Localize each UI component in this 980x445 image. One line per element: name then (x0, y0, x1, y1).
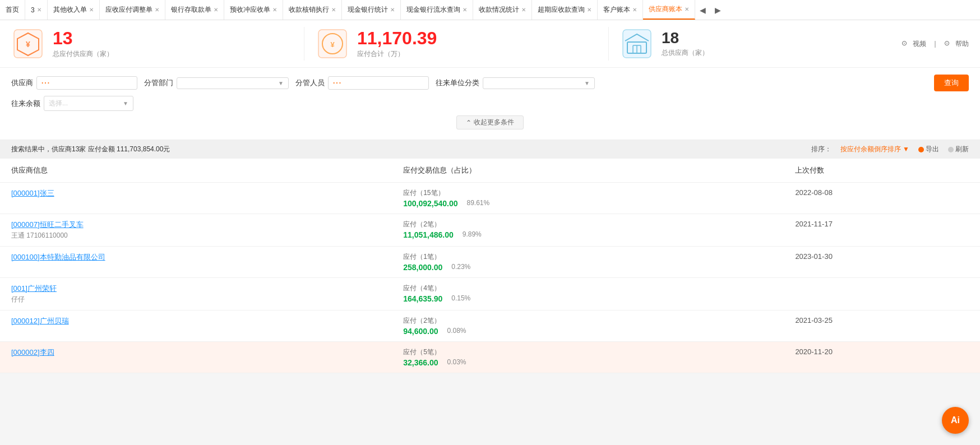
supplier-sub-info-1: 王通 17106110000 (11, 231, 381, 240)
supplier-filter-label: 供应商 (11, 78, 33, 88)
supplier-link-4[interactable]: [000012]广州贝瑞 (11, 317, 69, 325)
nav-tab-home[interactable]: 首页 (0, 0, 25, 20)
nav-tab-overdue[interactable]: 超期应收款查询 ✕ (532, 0, 598, 20)
supplier-link-5[interactable]: [000002]李四 (11, 348, 54, 356)
stat-divider-2 (608, 27, 609, 61)
video-link[interactable]: 视频 (913, 39, 926, 49)
supplier-link-0[interactable]: [000001]张三 (11, 189, 54, 197)
tx-percent-0: 89.61% (467, 199, 490, 207)
nav-tab-cash-flow-label: 现金银行流水查询 (406, 5, 460, 15)
nav-tab-prepay-close[interactable]: ✕ (272, 7, 277, 13)
nav-tab-supplier-account-close[interactable]: ✕ (685, 6, 689, 12)
sort-select[interactable]: 按应付余额倒序排序 ▼ (840, 145, 909, 154)
person-input[interactable]: ··· (328, 76, 429, 90)
nav-tab-overdue-label: 超期应收款查询 (538, 5, 585, 15)
nav-tab-cash-flow-close[interactable]: ✕ (463, 7, 467, 13)
balance-select[interactable]: 选择... ▼ (44, 96, 133, 111)
nav-tab-customer-account[interactable]: 客户账本 ✕ (598, 0, 643, 20)
nav-tab-customer-account-close[interactable]: ✕ (632, 7, 637, 13)
tx-amount-5[interactable]: 32,366.00 (403, 358, 438, 367)
nav-tab-cash-stats-label: 现金银行统计 (348, 5, 388, 15)
nav-tab-cash-stats[interactable]: 现金银行统计 ✕ (342, 0, 401, 20)
tx-info-cell-3: 应付（4笔） 164,635.90 0.15% (392, 278, 784, 310)
nav-tab-bank-deposit-close[interactable]: ✕ (214, 7, 218, 13)
nav-tab-prepay-label: 预收冲应收单 (230, 5, 270, 15)
unit-class-filter-label: 往来单位分类 (436, 78, 479, 88)
refresh-button[interactable]: 刷新 (948, 145, 969, 154)
nav-tab-customer-account-label: 客户账本 (603, 5, 630, 15)
nav-tab-other-income-close[interactable]: ✕ (89, 7, 94, 13)
nav-tab-ar-adjust[interactable]: 应收应付调整单 ✕ (100, 0, 165, 20)
nav-tab-receipt-exec-close[interactable]: ✕ (331, 7, 336, 13)
nav-tab-3-label: 3 (31, 6, 35, 14)
stat-number-total-suppliers: 18 (662, 30, 709, 46)
query-button[interactable]: 查询 (934, 75, 969, 91)
supplier-info-cell-5: [000002]李四 (0, 342, 392, 373)
nav-tab-ar-adjust-close[interactable]: ✕ (155, 7, 159, 13)
tx-label-2: 应付（1笔） (403, 252, 773, 262)
stat-block-ap-suppliers: ¥ 13 总应付供应商（家） (11, 27, 293, 61)
dept-select[interactable]: ▼ (177, 77, 289, 89)
nav-tab-supplier-account[interactable]: 供应商账本 ✕ (643, 0, 695, 20)
supplier-link-1[interactable]: [000007]恒旺二手叉车 (11, 220, 84, 229)
stat-info-total-suppliers: 18 总供应商（家） (662, 30, 709, 58)
supplier-info-cell-2: [000100]本特勤油品有限公司 (0, 247, 392, 278)
person-input-dots: ··· (333, 79, 342, 87)
collapse-label: 收起更多条件 (474, 118, 514, 127)
tx-amount-3[interactable]: 164,635.90 (403, 294, 442, 303)
collapse-button[interactable]: ⌃ 收起更多条件 (456, 115, 524, 129)
export-button[interactable]: 导出 (918, 145, 939, 154)
table-row: [000001]张三 应付（15笔） 100,092,540.00 89.61%… (0, 183, 980, 214)
stat-info-ap-suppliers: 13 总应付供应商（家） (53, 29, 113, 59)
help-icon: ⊙ (944, 39, 950, 49)
supplier-link-3[interactable]: [001]广州荣轩 (11, 284, 57, 293)
tx-label-3: 应付（4笔） (403, 284, 773, 293)
tx-amount-1[interactable]: 11,051,486.00 (403, 230, 454, 239)
stat-block-ap-total: ¥ 11,170.39 应付合计（万） (316, 27, 597, 61)
last-pay-cell-3 (784, 278, 980, 310)
supplier-info-cell-0: [000001]张三 (0, 183, 392, 214)
tx-amount-4[interactable]: 94,600.00 (403, 327, 438, 336)
stat-number-ap-total: 11,170.39 (357, 29, 437, 47)
tx-info-cell-5: 应付（5笔） 32,366.00 0.03% (392, 342, 784, 373)
filter-row-2: 往来余额 选择... ▼ (11, 96, 969, 111)
last-pay-cell-2: 2023-01-30 (784, 247, 980, 278)
table-header-row: 供应商信息 应付交易信息（占比） 上次付数 (0, 159, 980, 183)
nav-tab-prepay[interactable]: 预收冲应收单 ✕ (224, 0, 283, 20)
nav-next-arrow[interactable]: ▶ (710, 0, 725, 20)
nav-tab-3[interactable]: 3 ✕ (25, 0, 48, 20)
nav-tab-bank-deposit[interactable]: 银行存取款单 ✕ (165, 0, 224, 20)
link-separator: ｜ (932, 39, 939, 49)
stats-bar: ¥ 13 总应付供应商（家） ¥ 11,170.39 应付合计（万） (0, 20, 980, 68)
nav-tab-3-close[interactable]: ✕ (37, 7, 41, 13)
tx-amount-0[interactable]: 100,092,540.00 (403, 199, 457, 208)
tx-label-5: 应付（5笔） (403, 347, 773, 357)
supplier-input[interactable]: ··· (36, 76, 137, 90)
tx-label-4: 应付（2笔） (403, 316, 773, 326)
unit-class-select[interactable]: ▼ (483, 77, 595, 89)
table-row: [000007]恒旺二手叉车 王通 17106110000 应付（2笔） 11,… (0, 214, 980, 247)
nav-tab-receipt-stats-close[interactable]: ✕ (521, 7, 526, 13)
svg-text:¥: ¥ (330, 40, 335, 49)
tx-amount-2[interactable]: 258,000.00 (403, 263, 442, 272)
filter-bar: 供应商 ··· 分管部门 ▼ 分管人员 ··· 往来单位分类 ▼ (0, 68, 980, 140)
nav-tab-receipt-stats[interactable]: 收款情况统计 ✕ (473, 0, 532, 20)
svg-text:¥: ¥ (26, 40, 30, 49)
stat-label-ap-total: 应付合计（万） (357, 49, 437, 59)
person-filter-label: 分管人员 (295, 78, 325, 88)
last-pay-cell-0: 2022-08-08 (784, 183, 980, 214)
supplier-link-2[interactable]: [000100]本特勤油品有限公司 (11, 253, 105, 261)
stat-label-ap-suppliers: 总应付供应商（家） (53, 49, 113, 59)
last-pay-date-0: 2022-08-08 (795, 188, 833, 197)
nav-tab-other-income[interactable]: 其他收入单 ✕ (48, 0, 100, 20)
nav-tab-overdue-close[interactable]: ✕ (587, 7, 591, 13)
nav-tab-cash-flow[interactable]: 现金银行流水查询 ✕ (401, 0, 473, 20)
dept-select-arrow: ▼ (278, 80, 284, 86)
nav-prev-arrow[interactable]: ◀ (695, 0, 710, 20)
help-link[interactable]: 帮助 (955, 39, 969, 49)
last-pay-date-1: 2021-11-17 (795, 220, 833, 228)
nav-tab-bank-deposit-label: 银行存取款单 (171, 5, 211, 15)
result-summary: 搜索结果中，供应商13家 应付金额 111,703,854.00元 (11, 145, 811, 154)
nav-tab-receipt-exec[interactable]: 收款核销执行 ✕ (283, 0, 342, 20)
nav-tab-cash-stats-close[interactable]: ✕ (390, 7, 395, 13)
